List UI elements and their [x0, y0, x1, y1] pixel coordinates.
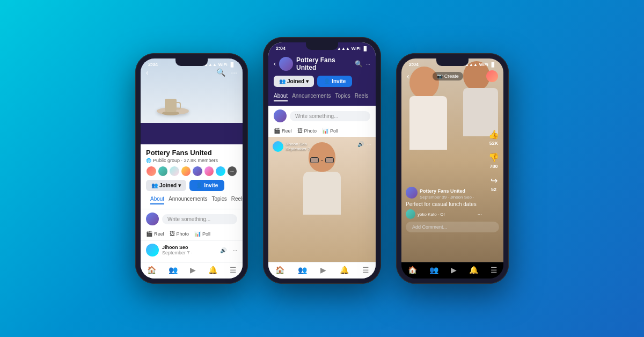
- bottom-nav-2: 🏠 👥 ▶ 🔔 ☰: [268, 262, 376, 279]
- tab-announcements-2[interactable]: Announcements: [292, 91, 331, 101]
- bnav-video-2[interactable]: ▶: [320, 266, 326, 274]
- post-username: Jihoon Seo: [162, 245, 193, 250]
- video-post[interactable]: Jihoon Seo September 7 · 🔊 ···: [268, 137, 376, 262]
- joined-button[interactable]: 👥 Joined ▾: [146, 180, 186, 191]
- avatar-7: [215, 166, 226, 177]
- reel-group-avatar: [406, 187, 418, 199]
- person-glasses: [310, 157, 334, 163]
- reel-action-2[interactable]: 🎬 Reel: [274, 128, 292, 134]
- video-user-avatar: [273, 141, 283, 152]
- reel-video[interactable]: 2:04 ▲▲▲ WiFi ▐▌: [401, 58, 503, 262]
- dislike-count: 780: [489, 163, 497, 169]
- back-button-2[interactable]: ‹: [274, 60, 276, 68]
- bnav-menu-2[interactable]: ☰: [362, 266, 369, 274]
- more-btn[interactable]: ···: [367, 141, 371, 147]
- write-input-2[interactable]: Write something...: [290, 111, 370, 121]
- bnav-menu-3[interactable]: ☰: [491, 266, 497, 274]
- bnav-groups[interactable]: 👥: [169, 266, 178, 274]
- post-preview-1: Jihoon Seo September 7 · 🔊 ···: [141, 240, 243, 260]
- phone1-content: ‹ 🔍 ··· 2:04 ▲▲▲ WiFi ▐▌: [141, 58, 243, 279]
- bnav-bell-3[interactable]: 🔔: [469, 266, 478, 274]
- search-icon[interactable]: 🔍: [216, 68, 225, 77]
- group-avatar-small: [279, 57, 293, 71]
- phone1-header: ‹ 🔍 ··· 2:04 ▲▲▲ WiFi ▐▌: [141, 58, 243, 144]
- post-user-avatar: [146, 244, 159, 257]
- phone2-header: 2:04 ▲▲▲ WiFi ▐▌ ‹ Pottery Fans United 🔍: [268, 42, 376, 106]
- group-meta: 🌐 Public group · 37.8K members: [146, 158, 237, 163]
- pottery-cup: [165, 99, 177, 112]
- reel-nav-top: ‹ 📷 Create: [401, 70, 503, 82]
- bottom-nav-3: 🏠 👥 ▶ 🔔 ☰: [401, 262, 503, 279]
- poll-icon: 📊: [194, 231, 201, 237]
- photo-action-2[interactable]: 🖼 Photo: [297, 128, 317, 134]
- user-avatar-2: [274, 109, 287, 122]
- reel-comment-input[interactable]: Add Comment...: [406, 222, 499, 232]
- person-plus-icon-2: 👤: [324, 78, 330, 84]
- reel-group-name: Pottery Fans United: [420, 188, 465, 194]
- bnav-groups-2[interactable]: 👥: [298, 266, 307, 274]
- post-more-icon[interactable]: ···: [233, 247, 237, 253]
- action-buttons: 👥 Joined ▾ 👤 Invite: [146, 180, 237, 191]
- joined-button-2[interactable]: 👥 Joined ▾: [274, 76, 314, 87]
- post-user-info: Jihoon Seo September 7 ·: [162, 245, 193, 255]
- tab-topics-2[interactable]: Topics: [335, 91, 350, 101]
- reel-group-row: Pottery Fans United September 39 · Jihoo…: [406, 185, 482, 200]
- tab-reels[interactable]: Reels: [231, 194, 243, 204]
- glass-left: [310, 157, 319, 163]
- dislike-action[interactable]: 👎 780: [488, 152, 499, 169]
- status-time-2: 2:04: [276, 46, 286, 51]
- reel-action[interactable]: 🎬 Reel: [146, 231, 164, 237]
- battery-icon: ▐▌: [229, 62, 235, 67]
- bnav-menu[interactable]: ☰: [230, 266, 237, 274]
- joined-icon-2: 👥: [279, 78, 286, 84]
- search-icon-2[interactable]: 🔍: [355, 60, 363, 68]
- tab-about-2[interactable]: About: [274, 91, 288, 101]
- bnav-groups-3[interactable]: 👥: [429, 266, 438, 274]
- write-input[interactable]: Write something...: [162, 214, 237, 224]
- comment-more[interactable]: ···: [478, 211, 482, 217]
- bnav-video-3[interactable]: ▶: [451, 266, 457, 274]
- bnav-video[interactable]: ▶: [190, 266, 196, 274]
- video-post-info: Jihoon Seo September 7 ·: [273, 141, 312, 152]
- bnav-home-3[interactable]: 🏠: [408, 266, 417, 274]
- tab-topics[interactable]: Topics: [211, 194, 226, 204]
- bnav-bell-2[interactable]: 🔔: [340, 266, 349, 274]
- photo-action[interactable]: 🖼 Photo: [170, 231, 189, 237]
- phones-container: ‹ 🔍 ··· 2:04 ▲▲▲ WiFi ▐▌: [125, 34, 519, 303]
- more-icon[interactable]: ···: [231, 68, 237, 77]
- like-action[interactable]: 👍 52K: [488, 129, 499, 145]
- battery-2: ▐▌: [362, 46, 368, 51]
- wifi-icon: WiFi: [218, 62, 228, 67]
- bnav-home[interactable]: 🏠: [147, 266, 156, 274]
- avatar-2: [158, 166, 169, 177]
- user-avatar: [146, 213, 159, 225]
- tab-bar-2: About Announcements Topics Reels: [274, 91, 370, 101]
- member-avatars: ···: [146, 166, 237, 177]
- bottom-nav-1: 🏠 👥 ▶ 🔔 ☰: [141, 262, 243, 279]
- video-user-text: Jihoon Seo September 7 ·: [286, 142, 312, 151]
- reel-create-button[interactable]: 📷 Create: [433, 72, 463, 80]
- status-time-3: 2:04: [409, 62, 419, 67]
- volume-btn[interactable]: 🔊: [357, 141, 364, 147]
- tab-about[interactable]: About: [150, 194, 164, 204]
- bnav-home-2[interactable]: 🏠: [275, 266, 284, 274]
- back-button[interactable]: ‹: [146, 68, 149, 77]
- poll-action-2[interactable]: 📊 Poll: [322, 128, 338, 134]
- phone2-top-row: ‹ Pottery Fans United 🔍 ···: [274, 56, 370, 71]
- reel-comment-row: yoko Kato · Or ···: [406, 209, 482, 219]
- tab-announcements[interactable]: Announcements: [169, 194, 207, 204]
- bnav-bell[interactable]: 🔔: [208, 266, 217, 274]
- reel-post-date: September 39 · Jihoon Seo ·: [420, 195, 474, 200]
- tab-reels-2[interactable]: Reels: [355, 91, 369, 101]
- more-icon-2[interactable]: ···: [366, 61, 370, 67]
- invite-button-2[interactable]: 👤 Invite: [317, 76, 352, 87]
- invite-button[interactable]: 👤 Invite: [189, 180, 224, 191]
- video-username: Jihoon Seo: [286, 142, 312, 146]
- reel-profile-avatar[interactable]: [486, 70, 498, 82]
- avatar-5: [192, 166, 203, 177]
- poll-action[interactable]: 📊 Poll: [194, 231, 210, 237]
- dropdown-icon: ▾: [178, 182, 181, 188]
- share-action[interactable]: ↪ 52: [491, 175, 497, 192]
- phone3-content: 2:04 ▲▲▲ WiFi ▐▌: [401, 58, 503, 279]
- reel-back-button[interactable]: ‹: [407, 72, 409, 80]
